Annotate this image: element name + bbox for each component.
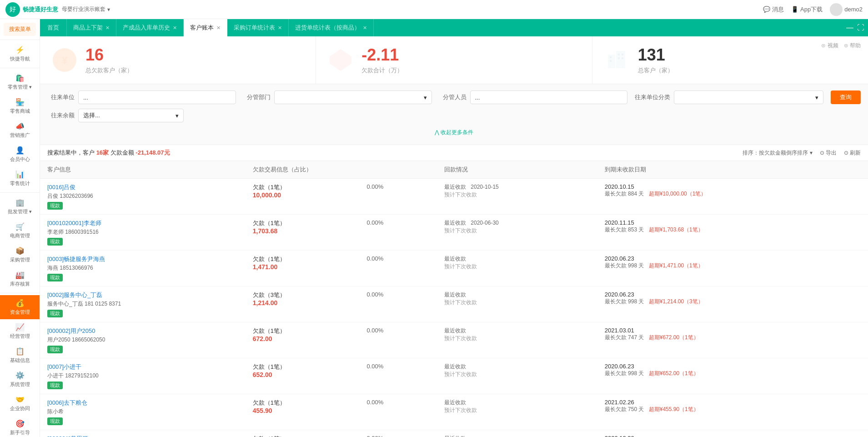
debt-amount-1[interactable]: 1,703.68 [253,227,349,235]
sidebar-search-btn[interactable]: 搜索菜单 [4,23,36,36]
tab-purchase-stats[interactable]: 进货单统计表（按商品） ✕ [289,19,374,36]
overdue-amount-4[interactable]: 超期¥672.00（1笔） [649,334,699,341]
search-button[interactable]: 查询 [831,90,861,104]
tab-home-label: 首页 [47,24,59,32]
due-date-1: 2020.11.15 [605,219,861,226]
overdue-amount-3[interactable]: 超期¥1,214.00（3笔） [649,298,703,305]
sidebar-item-operations[interactable]: 📈 经营管理 [0,319,40,343]
debt-amount-2[interactable]: 1,471.00 [253,263,349,271]
customer-name-1[interactable]: [0001020001]李老师 [47,220,101,226]
refresh-btn[interactable]: ⊙ 刷新 [844,149,861,157]
message-btn[interactable]: 💬 消息 [763,5,784,14]
main-layout: 搜索菜单 ⚡ 快捷导航 🛍️ 零售管理 ▾ 🏪 零售商城 📣 营销推广 👤 [0,19,868,437]
tab-maximize-btn[interactable]: ⛶ [857,24,864,32]
filter-row-1: 往来单位 ... 分管部门 ▾ 分管人员 [47,90,861,104]
table-row: [0007]小进干 小进干 18279152100 现款 欠款（1笔） 652.… [40,358,868,394]
table-row: [0016]吕俊 吕俊 13026203696 现款 欠款（1笔） 10,000… [40,179,868,215]
customer-name-6[interactable]: [0006]去下粮仓 [47,399,87,406]
svg-rect-8 [610,60,612,62]
overdue-amount-1[interactable]: 超期¥1,703.68（1笔） [649,226,703,233]
sidebar-item-enterprise[interactable]: 🤝 企业协同 [0,392,40,416]
system-label: 系统管理 [10,381,30,388]
collapse-row[interactable]: ⋀ 收起更多条件 [47,127,861,138]
tab-close-product-history[interactable]: ✕ [173,25,177,31]
overdue-days-6: 最长欠款 750 天 [605,406,647,412]
user-profile[interactable]: demo2 [830,3,863,16]
sidebar-item-member[interactable]: 👤 会员中心 [0,142,40,166]
debt-amount-4[interactable]: 672.00 [253,335,349,342]
tab-product-offshelf[interactable]: 商品上下架 ✕ [67,19,116,36]
cell-debt-1: 欠款（1笔） 1,703.68 [246,215,356,251]
debt-amount-3[interactable]: 1,214.00 [253,299,349,306]
svg-point-0 [833,5,839,10]
customer-name-3[interactable]: [0002]服务中心_丁磊 [47,291,102,298]
sidebar-item-marketing[interactable]: 📣 营销推广 [0,118,40,142]
overdue-days-0: 最长欠款 884 天 [605,191,647,197]
customer-name-7[interactable]: [000001]黄思源 [47,435,88,437]
overdue-info-1: 最长欠款 853 天 超期¥1,703.68（1笔） [605,226,861,234]
next-label-0: 预计下次收款 [444,191,590,199]
sidebar-item-system[interactable]: ⚙️ 系统管理 [0,367,40,392]
overdue-amount-5[interactable]: 超期¥652.00（1笔） [649,370,699,377]
result-actions: 排序：按欠款金额倒序排序 ▾ ⊙ 导出 ⊙ 刷新 [743,149,861,157]
sidebar-item-retail-store[interactable]: 🏪 零售商城 [0,94,40,118]
overdue-amount-0[interactable]: 超期¥10,000.00（1笔） [649,191,707,197]
sort-select[interactable]: 排序：按欠款金额倒序排序 ▾ [743,149,813,157]
filter-input-unit[interactable]: ... [78,90,236,104]
debt-amount-0[interactable]: 10,000.00 [253,191,349,199]
store-selector[interactable]: 母婴行业演示账套 ▾ [62,5,110,13]
filter-select-dept[interactable]: ▾ [274,90,432,104]
tab-close-purchase-stats[interactable]: ✕ [363,25,367,31]
filter-select-balance-value: 选择... [83,111,100,120]
overdue-amount-6[interactable]: 超期¥455.90（1笔） [649,406,699,412]
sidebar-item-ecommerce[interactable]: 🛒 电商管理 [0,219,40,243]
stat-number-total-customers: 131 [638,45,673,65]
sidebar-item-guide[interactable]: 🎯 新手引导 [0,416,40,437]
help-action[interactable]: ⊙ 帮助 [844,42,861,50]
tab-minimize-btn[interactable]: — [846,24,853,32]
filter-select-category[interactable]: ▾ [674,90,823,104]
sidebar-item-basic-info[interactable]: 📋 基础信息 [0,343,40,367]
cell-debt-5: 欠款（1笔） 652.00 [246,358,356,394]
tab-close-purchase-order[interactable]: ✕ [278,25,282,31]
stat-card-debt-amount: -2.11 欠款合计（万） [316,36,592,84]
cell-debt-4: 欠款（1笔） 672.00 [246,322,356,358]
sidebar-item-quick-nav[interactable]: ⚡ 快捷导航 [0,42,40,66]
customer-name-5[interactable]: [0007]小进干 [47,363,81,370]
tab-product-history[interactable]: 产成品入库单历史 ✕ [116,19,184,36]
tab-customer-account[interactable]: 客户账本 ✕ [184,19,227,36]
debt-amount-5[interactable]: 652.00 [253,371,349,378]
cell-ratio-7: 0.00% [356,430,437,437]
basic-info-icon: 📋 [15,347,25,356]
app-download-btn[interactable]: 📱 App下载 [791,5,823,14]
sidebar-item-retail-mgmt[interactable]: 🛍️ 零售管理 ▾ [0,70,40,94]
quick-nav-label: 快捷导航 [10,55,30,62]
tab-home[interactable]: 首页 [40,19,67,36]
stat-card-actions: ⊙ 视频 ⊙ 帮助 [821,42,861,50]
export-btn[interactable]: ⊙ 导出 [820,149,837,157]
sort-label: 排序：按欠款金额倒序排序 [743,149,808,157]
customer-name-4[interactable]: [000002]用户2050 [47,327,95,334]
debt-amount-6[interactable]: 455.90 [253,407,349,414]
svg-rect-6 [616,51,625,68]
wholesale-label: 批发管理 ▾ [8,208,32,215]
tab-close-product-offshelf[interactable]: ✕ [105,25,110,31]
tab-close-customer-account[interactable]: ✕ [216,25,221,31]
overdue-amount-2[interactable]: 超期¥1,471.00（1笔） [649,262,703,269]
sidebar-item-purchase[interactable]: 📦 采购管理 [0,243,40,267]
customer-name-2[interactable]: [0003]畅捷服务尹海燕 [47,256,105,262]
tab-purchase-order[interactable]: 采购订单统计表 ✕ [227,19,289,36]
customer-name-0[interactable]: [0016]吕俊 [47,184,75,191]
due-date-4: 2021.03.01 [605,327,861,334]
filter-input-person[interactable]: ... [470,90,628,104]
sidebar-item-finance[interactable]: 💰 资金管理 [0,295,40,319]
cell-due-3: 2020.06.23 最长欠款 998 天 超期¥1,214.00（3笔） [597,286,868,322]
video-action[interactable]: ⊙ 视频 [821,42,838,50]
tab-purchase-order-label: 采购订单统计表 [234,24,275,32]
sidebar-item-retail-stat[interactable]: 📊 零售统计 [0,166,40,191]
sidebar-item-wholesale-mgmt[interactable]: 🏢 批发管理 ▾ [0,195,40,219]
sidebar-item-inventory[interactable]: 🏭 库存核算 [0,267,40,291]
retail-stat-label: 零售统计 [10,180,30,187]
debt-ratio-3: 0.00% [366,291,430,298]
filter-select-balance[interactable]: 选择... ▾ [78,109,184,122]
